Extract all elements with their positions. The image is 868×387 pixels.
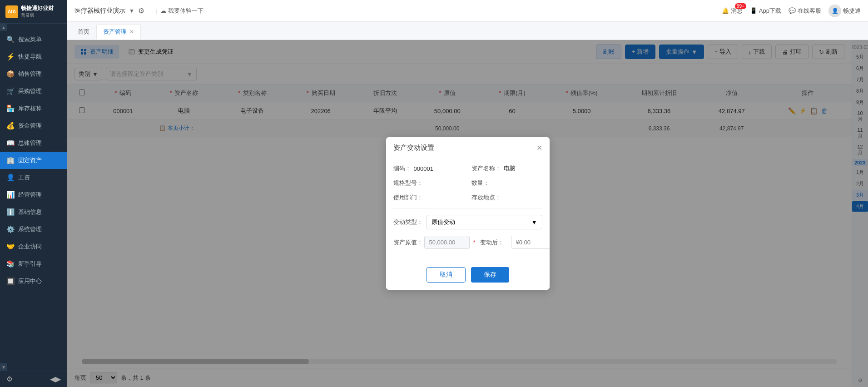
header-left: 医疗器械行业演示 ▼ ⚙ | ☁ 我要体验一下 xyxy=(74,6,203,15)
sidebar-item-search[interactable]: 🔍 搜索菜单 xyxy=(0,31,67,48)
tutorial-icon: 📚 xyxy=(6,260,15,268)
notification-badge: 99+ xyxy=(735,3,746,9)
tab-home[interactable]: 首页 xyxy=(71,24,96,40)
cloud-icon: ☁ xyxy=(160,7,166,14)
modal-divider xyxy=(393,208,542,208)
header-settings-btn[interactable]: ⚙ xyxy=(138,6,144,15)
sidebar-item-ledger[interactable]: 📖 总账管理 xyxy=(0,134,67,152)
experience-btn[interactable]: ☁ 我要体验一下 xyxy=(160,7,203,15)
tab-asset-management[interactable]: 资产管理 ✕ xyxy=(96,24,141,40)
cancel-button[interactable]: 取消 xyxy=(427,267,466,283)
tab-bar: 首页 资产管理 ✕ xyxy=(67,22,868,40)
service-icon: 💬 xyxy=(789,7,796,14)
notifications-btn[interactable]: 🔔 消息 99+ xyxy=(722,7,743,15)
company-dropdown-btn[interactable]: ▼ xyxy=(129,8,134,14)
modal-field-spec: 规格型号： xyxy=(393,179,464,187)
user-info[interactable]: 👤 畅捷通 xyxy=(828,5,861,17)
logo-icon: AtA xyxy=(5,5,18,18)
system-icon: ⚙️ xyxy=(6,225,15,233)
top-header: 医疗器械行业演示 ▼ ⚙ | ☁ 我要体验一下 🔔 消息 99+ 📱 App下载… xyxy=(67,0,868,22)
company-name: 医疗器械行业演示 xyxy=(74,7,125,15)
fixed-assets-icon: 🏢 xyxy=(6,156,15,164)
app-center-icon: 🔲 xyxy=(6,277,15,285)
salary-icon: 👤 xyxy=(6,174,15,182)
sidebar: AtA 畅捷通好业财 普及版 ▲ 🔍 搜索菜单 ⚡ 快捷导航 📦 销售管理 🛒 … xyxy=(0,0,67,387)
quicknav-icon: ⚡ xyxy=(6,53,15,61)
avatar: 👤 xyxy=(828,5,841,17)
page-content: 资产明细 变更生成凭证 刷账 + 新增 批量操作 ▼ ↑ 导入 xyxy=(67,40,868,387)
collapse-icon[interactable]: ◀▶ xyxy=(50,375,61,383)
sidebar-item-fixed-assets[interactable]: 🏢 固定资产 xyxy=(0,152,67,169)
bell-icon: 🔔 xyxy=(722,7,729,14)
modal-field-quantity: 数量： xyxy=(471,179,542,187)
sidebar-scroll-down[interactable]: ▼ xyxy=(0,363,7,371)
main-content: 医疗器械行业演示 ▼ ⚙ | ☁ 我要体验一下 🔔 消息 99+ 📱 App下载… xyxy=(67,0,868,387)
sidebar-item-enterprise[interactable]: 🤝 企业协同 xyxy=(0,238,67,255)
sidebar-item-app-center[interactable]: 🔲 应用中心 xyxy=(0,273,67,290)
app-download-btn[interactable]: 📱 App下载 xyxy=(750,7,781,15)
separator: | xyxy=(155,7,157,14)
sidebar-item-system[interactable]: ⚙️ 系统管理 xyxy=(0,221,67,238)
sidebar-item-purchase[interactable]: 🛒 采购管理 xyxy=(0,83,67,100)
original-value-input xyxy=(424,236,470,249)
sidebar-item-sales[interactable]: 📦 销售管理 xyxy=(0,65,67,83)
sidebar-logo: AtA 畅捷通好业财 普及版 xyxy=(0,0,67,24)
modal-header: 资产变动设置 ✕ xyxy=(386,137,550,157)
search-icon: 🔍 xyxy=(6,35,15,44)
online-service-btn[interactable]: 💬 在线客服 xyxy=(789,7,821,15)
sidebar-item-tutorial[interactable]: 📚 新手引导 xyxy=(0,255,67,273)
modal-row-1: 编码： 000001 资产名称： 电脑 xyxy=(393,164,542,173)
modal-field-code: 编码： 000001 xyxy=(393,164,464,173)
sidebar-scroll-up[interactable]: ▲ xyxy=(0,24,7,31)
download-icon: 📱 xyxy=(750,7,757,14)
change-type-select[interactable]: 原值变动 ▼ xyxy=(427,215,542,229)
sidebar-item-salary[interactable]: 👤 工资 xyxy=(0,169,67,186)
inventory-icon: 🏪 xyxy=(6,104,15,113)
sidebar-scroll-area: 🔍 搜索菜单 ⚡ 快捷导航 📦 销售管理 🛒 采购管理 🏪 库存核算 💰 资金管… xyxy=(0,31,67,363)
change-type-dropdown-icon: ▼ xyxy=(531,219,537,226)
sidebar-item-funds[interactable]: 💰 资金管理 xyxy=(0,117,67,134)
modal-title: 资产变动设置 xyxy=(393,144,434,152)
sidebar-item-inventory[interactable]: 🏪 库存核算 xyxy=(0,100,67,117)
modal-field-location: 存放地点： xyxy=(471,194,542,202)
modal-body: 编码： 000001 资产名称： 电脑 规格型号： xyxy=(386,157,550,263)
funds-icon: 💰 xyxy=(6,122,15,130)
asset-change-modal: 资产变动设置 ✕ 编码： 000001 资产名称： 电脑 xyxy=(386,137,550,290)
header-right: 🔔 消息 99+ 📱 App下载 💬 在线客服 👤 畅捷通 xyxy=(722,5,861,17)
save-button[interactable]: 保存 xyxy=(471,267,509,283)
modal-close-btn[interactable]: ✕ xyxy=(536,144,542,152)
sidebar-item-operations[interactable]: 📊 经营管理 xyxy=(0,186,67,203)
sidebar-item-quick-nav[interactable]: ⚡ 快捷导航 xyxy=(0,48,67,65)
modal-field-department: 使用部门： xyxy=(393,194,464,202)
operations-icon: 📊 xyxy=(6,191,15,199)
ledger-icon: 📖 xyxy=(6,139,15,147)
tab-close-btn[interactable]: ✕ xyxy=(129,29,134,35)
modal-overlay: 资产变动设置 ✕ 编码： 000001 资产名称： 电脑 xyxy=(67,40,868,387)
logo-text: 畅捷通好业财 普及版 xyxy=(21,5,54,18)
modal-row-2: 规格型号： 数量： xyxy=(393,179,542,187)
sidebar-bottom: ⚙ ◀▶ xyxy=(0,371,67,387)
sidebar-item-basic-info[interactable]: ℹ️ 基础信息 xyxy=(0,203,67,221)
after-value-input[interactable] xyxy=(511,236,550,249)
purchase-icon: 🛒 xyxy=(6,87,15,95)
settings-icon[interactable]: ⚙ xyxy=(6,375,13,383)
modal-field-asset-name: 资产名称： 电脑 xyxy=(471,164,542,173)
basic-info-icon: ℹ️ xyxy=(6,208,15,216)
modal-footer: 取消 保存 xyxy=(386,263,550,290)
modal-value-row: 资产原值： * 变动后： xyxy=(393,236,542,249)
modal-change-type-row: 变动类型： 原值变动 ▼ xyxy=(393,215,542,229)
sales-icon: 📦 xyxy=(6,70,15,78)
enterprise-icon: 🤝 xyxy=(6,243,15,251)
modal-row-3: 使用部门： 存放地点： xyxy=(393,194,542,202)
